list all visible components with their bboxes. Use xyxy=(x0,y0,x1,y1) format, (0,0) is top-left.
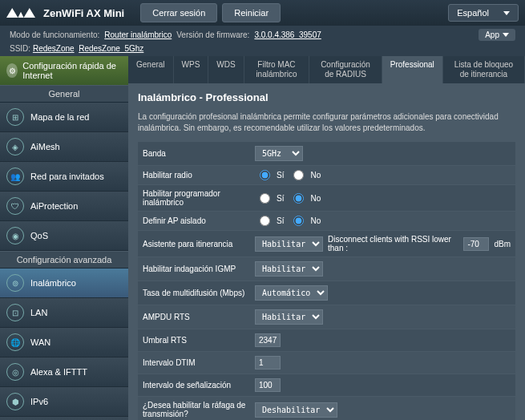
ampdu-select[interactable]: Habilitar xyxy=(255,309,323,325)
igmp-label: Habilitar indagación IGMP xyxy=(143,265,255,273)
tab-general[interactable]: General xyxy=(128,56,174,83)
mode-link[interactable]: Router inalámbrico xyxy=(104,30,172,39)
globe-icon: 🌐 xyxy=(6,333,24,351)
multicast-label: Tasa de multidifusión (Mbps) xyxy=(143,289,255,297)
radio-label: Habilitar radio xyxy=(143,171,255,180)
roam-select[interactable]: Habilitar xyxy=(255,236,323,252)
shield-icon: 🛡 xyxy=(6,197,24,215)
radio-no[interactable] xyxy=(293,170,304,180)
nav-qos[interactable]: ◉QoS xyxy=(0,221,128,251)
mesh-icon: ◈ xyxy=(6,138,24,155)
ssid-link-1[interactable]: RedesZone xyxy=(33,44,75,53)
chevron-down-icon xyxy=(503,11,510,15)
burst-select[interactable]: Deshabilitar xyxy=(255,402,337,418)
nav-wireless[interactable]: ⊚Inalámbrico xyxy=(0,269,128,298)
gear-icon: ⚙ xyxy=(6,63,18,78)
sched-label: Habilitar programador inalámbrico xyxy=(143,189,255,207)
model-name: ZenWiFi AX Mini xyxy=(43,7,124,19)
tab-radius[interactable]: Configuración de RADIUS xyxy=(309,56,382,83)
dtim-label: Intervalo DTIM xyxy=(143,358,255,367)
nav-aiprotection[interactable]: 🛡AiProtection xyxy=(0,192,128,221)
panel-desc: La configuración profesional inalámbrica… xyxy=(138,111,515,134)
roam-label: Asistente para itinerancia xyxy=(143,240,255,248)
ssid-link-2[interactable]: RedesZone_5Ghz xyxy=(79,44,143,53)
nav-ipv6[interactable]: ⬢IPv6 xyxy=(0,387,128,417)
nav-lan[interactable]: ⊡LAN xyxy=(0,298,128,328)
ampdu-label: AMPDU RTS xyxy=(143,313,255,321)
ssid-label: SSID: xyxy=(10,44,30,53)
beacon-input[interactable] xyxy=(255,378,281,392)
section-general: General xyxy=(0,85,128,103)
nav-guest[interactable]: 👥Red para invitados xyxy=(0,162,128,192)
sched-yes[interactable] xyxy=(260,193,270,204)
rts-input[interactable] xyxy=(255,333,281,347)
roam-rssi-input[interactable] xyxy=(463,237,489,251)
band-select[interactable]: 5GHz xyxy=(255,146,303,161)
igmp-select[interactable]: Habilitar xyxy=(255,261,323,277)
isolated-no[interactable] xyxy=(293,216,304,226)
app-button[interactable]: App xyxy=(479,29,515,41)
band-label: Banda xyxy=(143,149,255,158)
nav-aimesh[interactable]: ◈AiMesh xyxy=(0,132,128,162)
multicast-select[interactable]: Automático xyxy=(255,285,328,301)
guest-icon: 👥 xyxy=(6,168,24,185)
nav-alexa[interactable]: ◎Alexa & IFTTT xyxy=(0,357,128,387)
gauge-icon: ◉ xyxy=(6,227,24,244)
quickstart-button[interactable]: ⚙ Configuración rápida de Internet xyxy=(0,56,128,85)
language-label: Español xyxy=(457,8,489,18)
tab-professional[interactable]: Professional xyxy=(382,56,443,83)
roam-hint: Disconnect clients with RSSI lower than … xyxy=(328,235,458,252)
ipv6-icon: ⬢ xyxy=(6,393,24,410)
map-icon: ⊞ xyxy=(6,108,24,126)
language-select[interactable]: Español xyxy=(448,4,519,22)
voice-icon: ◎ xyxy=(6,363,24,381)
radio-yes[interactable] xyxy=(260,170,270,180)
mode-label: Modo de funcionamiento: xyxy=(10,30,99,39)
reboot-button[interactable]: Reiniciar xyxy=(222,3,281,22)
rts-label: Umbral RTS xyxy=(143,336,255,345)
tab-wds[interactable]: WDS xyxy=(208,56,244,83)
burst-label: ¿Desea habilitar la ráfaga de transmisió… xyxy=(143,401,255,418)
fw-link[interactable]: 3.0.0.4.386_39507 xyxy=(254,30,321,39)
isolated-yes[interactable] xyxy=(260,216,270,226)
lan-icon: ⊡ xyxy=(6,304,24,321)
nav-wan[interactable]: 🌐WAN xyxy=(0,328,128,357)
tab-wps[interactable]: WPS xyxy=(174,56,209,83)
chevron-down-icon xyxy=(503,33,509,37)
beacon-label: Intervalo de señalización xyxy=(143,381,255,390)
logout-button[interactable]: Cerrar sesión xyxy=(140,3,217,22)
panel-title: Inalámbrico - Professional xyxy=(138,91,515,103)
nav-vpn[interactable]: 🔒VPN xyxy=(0,417,128,420)
roam-unit: dBm xyxy=(494,240,511,248)
sched-no[interactable] xyxy=(293,193,304,204)
brand-logo xyxy=(6,8,40,18)
tab-macfilter[interactable]: Filtro MAC inalámbrico xyxy=(244,56,310,83)
isolated-label: Definir AP aislado xyxy=(143,216,255,225)
section-advanced: Configuración avanzada xyxy=(0,251,128,269)
fw-label: Versión de firmware: xyxy=(176,30,249,39)
wifi-icon: ⊚ xyxy=(6,274,24,292)
nav-network-map[interactable]: ⊞Mapa de la red xyxy=(0,103,128,132)
dtim-input[interactable] xyxy=(255,356,281,370)
tab-roamblock[interactable]: Lista de bloqueo de itinerancia xyxy=(443,56,525,83)
